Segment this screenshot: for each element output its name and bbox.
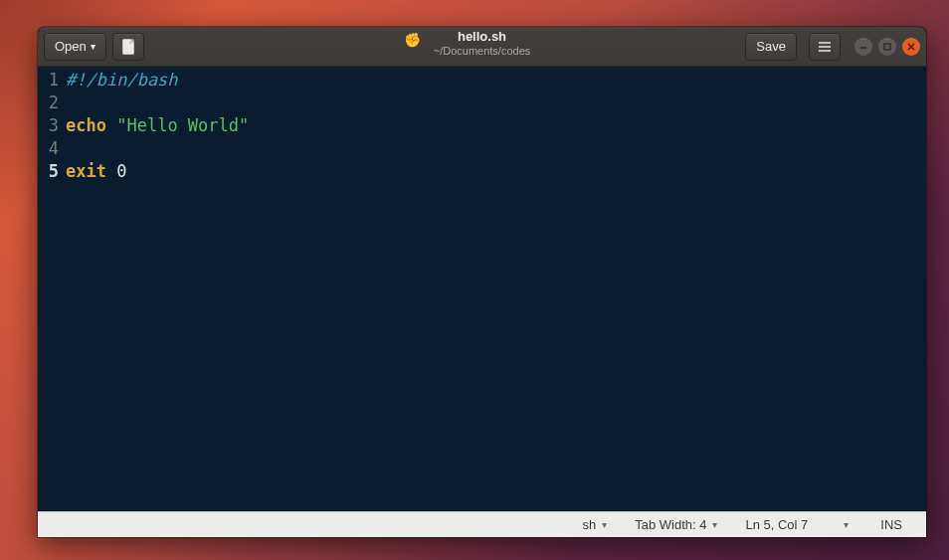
minimize-icon <box>858 42 868 52</box>
code-token: 0 <box>116 161 126 181</box>
title-area: ✊ hello.sh ~/Documents/codes <box>434 30 531 58</box>
new-document-icon <box>120 39 136 55</box>
line-number: 2 <box>38 92 59 114</box>
tab-width-selector[interactable]: Tab Width: 4 ▾ <box>621 517 731 532</box>
line-number: 4 <box>38 137 59 160</box>
cursor-position-label: Ln 5, Col 7 <box>745 517 808 532</box>
chevron-down-icon: ▾ <box>602 519 607 530</box>
code-line[interactable] <box>66 137 249 160</box>
statusbar: sh ▾ Tab Width: 4 ▾ Ln 5, Col 7 ▾ INS <box>38 511 926 537</box>
language-selector[interactable]: sh ▾ <box>568 517 621 532</box>
file-name: hello.sh <box>434 30 531 45</box>
code-line[interactable]: exit 0 <box>66 160 249 183</box>
tab-width-label: Tab Width: 4 <box>635 517 706 532</box>
chevron-down-icon: ▾ <box>712 519 717 530</box>
titlebar[interactable]: Open ▾ ✊ hello.sh ~/Documents/codes Save <box>38 27 926 67</box>
code-content[interactable]: #!/bin/bashecho "Hello World"exit 0 <box>62 67 249 511</box>
line-number-gutter: 12345 <box>38 67 62 511</box>
svg-rect-4 <box>884 44 890 50</box>
hamburger-icon <box>818 40 832 54</box>
file-path: ~/Documents/codes <box>434 45 531 58</box>
code-line[interactable] <box>66 92 249 114</box>
chevron-down-icon: ▾ <box>91 41 95 52</box>
open-button[interactable]: Open ▾ <box>44 33 106 61</box>
insert-mode-label: INS <box>880 517 902 532</box>
editor-area[interactable]: 12345 #!/bin/bashecho "Hello World"exit … <box>38 67 926 511</box>
line-number: 3 <box>38 114 59 137</box>
code-token: echo <box>66 115 106 135</box>
language-label: sh <box>582 517 596 532</box>
line-number: 1 <box>38 69 59 92</box>
code-token <box>106 161 116 181</box>
maximize-icon <box>882 42 892 52</box>
code-token: #!/bin/bash <box>66 70 178 90</box>
open-button-label: Open <box>55 39 87 54</box>
grab-icon: ✊ <box>404 32 421 48</box>
close-icon <box>906 42 916 52</box>
save-button-label: Save <box>756 39 786 54</box>
chevron-down-icon: ▾ <box>844 519 849 530</box>
window-controls <box>854 38 920 56</box>
hamburger-menu-button[interactable] <box>809 33 841 61</box>
editor-window: Open ▾ ✊ hello.sh ~/Documents/codes Save <box>38 27 926 537</box>
line-number: 5 <box>38 160 59 183</box>
code-token <box>106 115 116 135</box>
save-button[interactable]: Save <box>745 33 797 61</box>
code-token: exit <box>66 161 106 181</box>
close-button[interactable] <box>902 38 920 56</box>
maximize-button[interactable] <box>878 38 896 56</box>
cursor-position-selector[interactable]: Ln 5, Col 7 ▾ <box>731 517 862 532</box>
code-line[interactable]: echo "Hello World" <box>66 114 249 137</box>
insert-mode-indicator[interactable]: INS <box>862 517 916 532</box>
code-line[interactable]: #!/bin/bash <box>66 69 249 92</box>
minimize-button[interactable] <box>854 38 872 56</box>
code-token: "Hello World" <box>116 115 249 135</box>
new-document-button[interactable] <box>112 33 144 61</box>
